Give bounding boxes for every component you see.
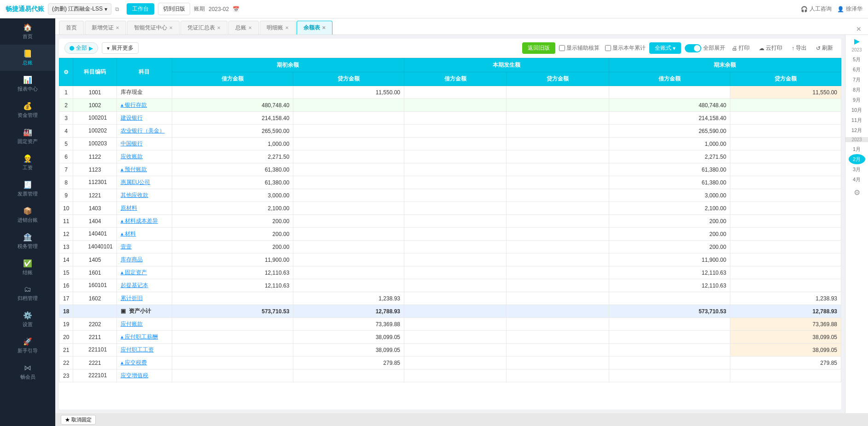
tab-home-label: 首页	[66, 24, 77, 32]
row-amount	[609, 331, 730, 344]
cal-month-1[interactable]: 1月	[849, 144, 865, 154]
row-name[interactable]: ▴ 银行存款	[117, 99, 172, 112]
sidebar-toggle-icon[interactable]: ▶	[854, 37, 860, 46]
th-settings[interactable]: ⚙	[59, 58, 73, 86]
print-button[interactable]: 🖨 打印	[729, 42, 752, 54]
tab-home[interactable]: 首页	[59, 21, 84, 35]
row-amount	[507, 266, 609, 279]
cal-month-2-active[interactable]: 2月	[849, 154, 865, 164]
switch-version-button[interactable]: 切到旧版	[158, 3, 190, 15]
row-amount: 2,271.50	[172, 150, 293, 163]
full-form-button[interactable]: 全账式 ▾	[649, 42, 681, 54]
cal-month-5[interactable]: 5月	[849, 54, 865, 64]
row-name[interactable]: 累计折旧	[117, 292, 172, 305]
row-amount	[730, 369, 841, 382]
cal-month-9[interactable]: 9月	[849, 95, 865, 105]
pin-button[interactable]: ★ 取消固定	[61, 415, 96, 425]
cal-settings-icon[interactable]: ⚙	[854, 188, 860, 197]
row-name[interactable]: 建设银行	[117, 112, 172, 125]
row-amount: 12,110.63	[172, 266, 293, 279]
tab-balance-close[interactable]: ✕	[322, 25, 326, 30]
cal-month-8[interactable]: 8月	[849, 85, 865, 95]
row-name[interactable]: 应付账款	[117, 318, 172, 331]
tab-smart-center-close[interactable]: ✕	[169, 25, 173, 30]
row-name[interactable]: 库存商品	[117, 253, 172, 266]
calendar-icon[interactable]: 📅	[233, 6, 239, 12]
row-amount: 12,788.93	[730, 305, 841, 318]
row-name[interactable]: 应交增值税	[117, 369, 172, 382]
filter-button[interactable]: 全部 ▶	[64, 42, 98, 54]
close-all-icon[interactable]: ✕	[853, 23, 864, 35]
row-name[interactable]: 应付职工工资	[117, 344, 172, 357]
copy-icon[interactable]: ⧉	[115, 6, 119, 12]
cal-month-3[interactable]: 3月	[849, 164, 865, 174]
row-num: 2	[59, 99, 73, 112]
row-name[interactable]: ▴ 固定资产	[117, 266, 172, 279]
show-auxiliary-checkbox[interactable]: 显示辅助核算	[559, 44, 600, 52]
sidebar-item-payroll[interactable]: 👷 工资	[0, 150, 55, 176]
row-amount: 1,238.93	[730, 292, 841, 305]
sidebar-item-purchase-sales[interactable]: 📦 进销台账	[0, 202, 55, 228]
cloud-print-label: 云打印	[766, 44, 782, 52]
tab-ledger-close[interactable]: ✕	[248, 25, 252, 30]
row-name[interactable]: 壹壹	[117, 241, 172, 253]
toolbar-right: 返回旧版 显示辅助核算 显示本年累计 全账式	[522, 42, 836, 54]
cal-month-7[interactable]: 7月	[849, 75, 865, 85]
row-name[interactable]: 其他应收款	[117, 189, 172, 202]
row-name[interactable]: ▴ 材料成本差异	[117, 215, 172, 228]
show-ytd-checkbox[interactable]: 显示本年累计	[605, 44, 646, 52]
consultant-area[interactable]: 🎧 人工咨询	[801, 5, 832, 13]
tab-ledger[interactable]: 总账 ✕	[228, 21, 259, 35]
sidebar-item-tax[interactable]: 🏦 税务管理	[0, 228, 55, 254]
consultant-label: 人工咨询	[810, 5, 832, 13]
sidebar-item-reports[interactable]: 📊 报表中心	[0, 71, 55, 97]
row-name[interactable]: 起提基记本	[117, 279, 172, 292]
row-name[interactable]: 中国银行	[117, 138, 172, 150]
tab-voucher-summary[interactable]: 凭证汇总表 ✕	[181, 21, 227, 35]
tab-detail-ledger[interactable]: 明细账 ✕	[260, 21, 296, 35]
tab-balance[interactable]: 余额表 ✕	[297, 21, 332, 35]
export-button[interactable]: ↑ 导出	[789, 42, 810, 54]
cal-month-12[interactable]: 12月	[849, 125, 865, 135]
row-amount: 214,158.40	[609, 112, 730, 125]
row-code: 14040101	[73, 241, 117, 253]
sidebar-item-ledger[interactable]: 📒 总账	[0, 45, 55, 71]
tab-new-voucher-close[interactable]: ✕	[116, 25, 119, 30]
row-name[interactable]: ▴ 应付职工薪酬	[117, 331, 172, 344]
row-name[interactable]: 应收账款	[117, 150, 172, 163]
row-amount: 61,380.00	[609, 176, 730, 189]
sidebar-item-invoices[interactable]: 🧾 发票管理	[0, 176, 55, 202]
row-name[interactable]: 农业银行（美金）	[117, 125, 172, 138]
row-amount	[507, 189, 609, 202]
expand-all-toggle[interactable]	[685, 44, 701, 52]
sidebar-item-settings[interactable]: ⚙️ 设置	[0, 306, 55, 333]
expand-button[interactable]: ▾ 展开更多	[102, 42, 139, 54]
row-name[interactable]: ▴ 预付账款	[117, 163, 172, 176]
sidebar-item-home[interactable]: 🏠 首页	[0, 18, 55, 45]
cloud-print-button[interactable]: ☁ 云打印	[756, 42, 785, 54]
workbench-button[interactable]: 工作台	[127, 3, 154, 15]
row-code: 160101	[73, 279, 117, 292]
sidebar-item-fixed-assets[interactable]: 🏭 固定资产	[0, 123, 55, 150]
tab-new-voucher[interactable]: 新增凭证 ✕	[85, 21, 126, 35]
sidebar-item-member[interactable]: ⋈ 畅会员	[0, 359, 55, 385]
refresh-button[interactable]: ↺ 刷新	[813, 42, 836, 54]
sidebar-item-funds[interactable]: 💰 资金管理	[0, 97, 55, 123]
row-name[interactable]: ▴ 材料	[117, 228, 172, 241]
user-area[interactable]: 👤 徐泽华	[837, 5, 862, 13]
row-name[interactable]: 惠属EU公司	[117, 176, 172, 189]
cal-month-11[interactable]: 11月	[849, 115, 865, 125]
cal-month-4[interactable]: 4月	[849, 174, 865, 184]
row-name[interactable]: ▴ 应交税费	[117, 357, 172, 369]
cal-month-6[interactable]: 6月	[849, 64, 865, 75]
sidebar-item-settlement[interactable]: ✅ 结账	[0, 254, 55, 281]
sidebar-item-guide[interactable]: 🚀 新手引导	[0, 333, 55, 359]
company-selector[interactable]: (勿删) 江西融金-LSS ▾	[48, 3, 111, 15]
tab-voucher-summary-close[interactable]: ✕	[217, 25, 221, 30]
tab-smart-center[interactable]: 智能凭证中心 ✕	[127, 21, 180, 35]
row-name[interactable]: 原材料	[117, 202, 172, 215]
sidebar-item-archive[interactable]: 🗂 归档管理	[0, 281, 55, 306]
cal-month-10[interactable]: 10月	[849, 105, 865, 115]
tab-detail-ledger-close[interactable]: ✕	[285, 25, 289, 30]
return-old-button[interactable]: 返回旧版	[522, 42, 555, 54]
